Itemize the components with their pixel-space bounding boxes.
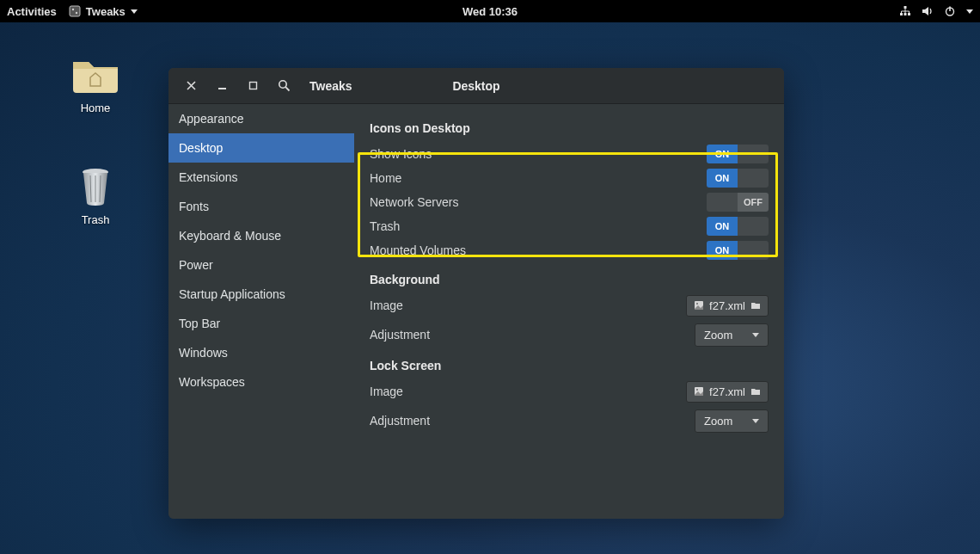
tweaks-icon <box>69 5 81 17</box>
svg-rect-14 <box>249 83 256 89</box>
ls-adjust-value: Zoom <box>704 415 732 428</box>
svg-point-18 <box>696 303 698 305</box>
ls-image-filename: f27.xml <box>709 385 745 398</box>
toggle-switch[interactable]: ON <box>707 217 769 236</box>
svg-rect-0 <box>70 6 80 16</box>
toggle-switch[interactable]: ON <box>707 145 769 163</box>
setting-label: Home <box>370 171 707 185</box>
toggle-switch[interactable]: OFF <box>707 193 769 212</box>
svg-rect-6 <box>908 13 910 15</box>
toggle-switch[interactable]: ON <box>707 169 769 188</box>
sidebar-item-workspaces[interactable]: Workspaces <box>168 367 354 397</box>
minimize-button[interactable] <box>215 79 229 93</box>
desktop-icon-home[interactable]: Home <box>57 52 134 114</box>
sidebar-item-fonts[interactable]: Fonts <box>168 192 354 221</box>
bg-adjust-select[interactable]: Zoom <box>695 323 769 347</box>
open-folder-icon <box>750 386 761 397</box>
sidebar-item-desktop[interactable]: Desktop <box>168 133 354 163</box>
volume-icon <box>922 5 934 17</box>
sidebar: AppearanceDesktopExtensionsFontsKeyboard… <box>168 104 354 519</box>
desktop-icon-label: Trash <box>57 213 134 226</box>
setting-label: Network Servers <box>370 195 707 209</box>
desktop-icon-label: Home <box>57 102 134 114</box>
chevron-down-icon <box>752 419 759 423</box>
bg-image-label: Image <box>370 299 686 312</box>
content-pane: Icons on Desktop Show IconsONHomeONNetwo… <box>354 104 784 519</box>
section-title-lockscreen: Lock Screen <box>370 359 769 372</box>
open-folder-icon <box>750 300 761 311</box>
chevron-down-icon <box>131 9 138 14</box>
svg-rect-3 <box>904 6 907 9</box>
clock[interactable]: Wed 10:36 <box>462 5 518 18</box>
network-icon <box>899 5 911 17</box>
toggle-switch[interactable]: ON <box>707 241 769 260</box>
ls-image-label: Image <box>370 385 686 398</box>
svg-rect-5 <box>904 13 907 15</box>
setting-row: Network ServersOFF <box>370 190 769 214</box>
file-image-icon <box>694 386 704 397</box>
svg-rect-4 <box>900 13 903 15</box>
sidebar-item-windows[interactable]: Windows <box>168 338 354 367</box>
section-title-background: Background <box>370 273 769 286</box>
close-button[interactable] <box>184 79 198 93</box>
titlebar: Tweaks Desktop <box>168 68 784 104</box>
svg-point-2 <box>76 12 77 14</box>
file-image-icon <box>694 300 704 311</box>
svg-point-15 <box>279 81 285 88</box>
ls-adjust-select[interactable]: Zoom <box>695 409 769 433</box>
sidebar-item-top-bar[interactable]: Top Bar <box>168 309 354 338</box>
setting-row: HomeON <box>370 166 769 190</box>
app-menu-label: Tweaks <box>86 5 126 18</box>
setting-label: Trash <box>370 219 707 233</box>
bg-adjust-label: Adjustment <box>370 328 695 342</box>
bg-image-button[interactable]: f27.xml <box>686 295 769 317</box>
sidebar-item-extensions[interactable]: Extensions <box>168 163 354 192</box>
maximize-icon <box>248 81 258 90</box>
sidebar-item-power[interactable]: Power <box>168 250 354 280</box>
activities-button[interactable]: Activities <box>7 5 57 18</box>
chevron-down-icon <box>752 333 759 337</box>
search-button[interactable] <box>277 79 291 93</box>
desktop-icon-trash[interactable]: Trash <box>57 163 134 226</box>
sidebar-item-appearance[interactable]: Appearance <box>168 104 354 133</box>
bg-adjust-value: Zoom <box>704 329 732 342</box>
bg-image-filename: f27.xml <box>709 299 745 312</box>
trash-icon <box>68 163 123 208</box>
page-title: Desktop <box>452 79 499 93</box>
minimize-icon <box>217 81 227 90</box>
setting-row: Mounted VolumesON <box>370 238 769 262</box>
status-area[interactable] <box>899 5 973 17</box>
ls-adjust-label: Adjustment <box>370 414 695 428</box>
app-title: Tweaks <box>309 79 352 93</box>
folder-home-icon <box>68 52 123 96</box>
ls-image-button[interactable]: f27.xml <box>686 381 769 403</box>
maximize-button[interactable] <box>246 79 260 93</box>
app-menu[interactable]: Tweaks <box>69 5 138 18</box>
power-icon <box>944 5 956 17</box>
chevron-down-icon <box>966 9 973 14</box>
close-icon <box>187 81 196 90</box>
setting-label: Show Icons <box>370 147 707 161</box>
section-title-icons: Icons on Desktop <box>370 121 769 135</box>
search-icon <box>278 79 291 92</box>
setting-row: Show IconsON <box>370 142 769 166</box>
svg-point-20 <box>696 389 698 391</box>
setting-label: Mounted Volumes <box>370 243 707 257</box>
sidebar-item-startup-applications[interactable]: Startup Applications <box>168 280 354 309</box>
svg-point-1 <box>72 9 74 10</box>
svg-line-16 <box>285 87 289 90</box>
tweaks-window: Tweaks Desktop AppearanceDesktopExtensio… <box>168 68 784 519</box>
gnome-topbar: Activities Tweaks Wed 10:36 <box>0 0 980 22</box>
setting-row: TrashON <box>370 214 769 238</box>
sidebar-item-keyboard-mouse[interactable]: Keyboard & Mouse <box>168 221 354 250</box>
